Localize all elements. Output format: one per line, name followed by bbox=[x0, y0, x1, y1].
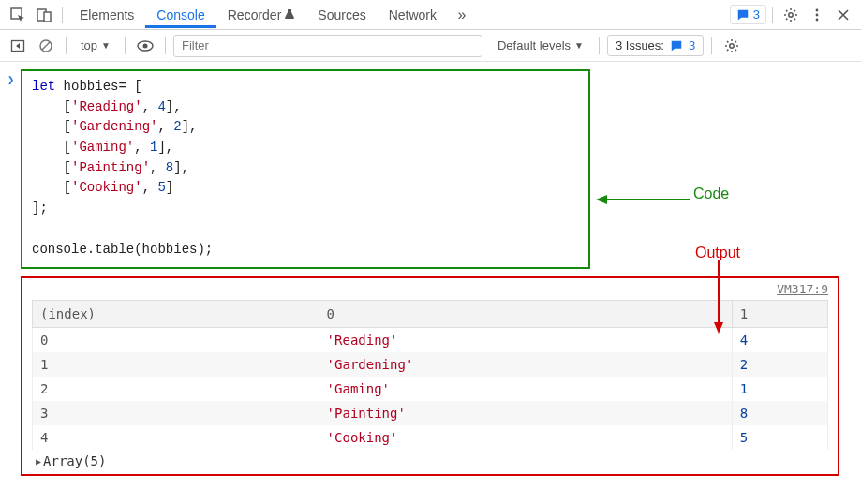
table-header-row: (index)01 bbox=[33, 301, 828, 328]
expand-triangle-icon: ▶ bbox=[36, 456, 41, 467]
prompt-caret-icon: ❯ bbox=[7, 73, 14, 86]
issues-count: 3 bbox=[689, 38, 695, 52]
value-cell: 1 bbox=[732, 377, 827, 401]
svg-point-3 bbox=[789, 12, 793, 16]
context-selector[interactable]: top ▼ bbox=[74, 36, 117, 55]
value-cell: 'Cooking' bbox=[319, 425, 732, 450]
array-expand-row[interactable]: ▶ Array(5) bbox=[22, 450, 838, 470]
dropdown-icon: ▼ bbox=[574, 40, 584, 51]
value-cell: 8 bbox=[732, 401, 827, 425]
divider bbox=[66, 37, 67, 54]
tab-recorder[interactable]: Recorder bbox=[216, 2, 307, 28]
svg-point-6 bbox=[816, 18, 819, 21]
value-cell: 'Reading' bbox=[319, 328, 732, 353]
svg-marker-13 bbox=[596, 195, 607, 204]
table-row[interactable]: 3'Painting'8 bbox=[33, 401, 828, 425]
tab-elements[interactable]: Elements bbox=[68, 2, 145, 28]
index-cell: 3 bbox=[33, 401, 319, 425]
table-row[interactable]: 0'Reading'4 bbox=[33, 328, 828, 353]
table-row[interactable]: 4'Cooking'5 bbox=[33, 425, 828, 450]
tab-network[interactable]: Network bbox=[378, 2, 448, 28]
table-body: 0'Reading'41'Gardening'22'Gaming'13'Pain… bbox=[33, 328, 828, 451]
table-header-cell[interactable]: 1 bbox=[732, 301, 827, 328]
svg-point-11 bbox=[730, 43, 734, 47]
console-subtoolbar: top ▼ Default levels ▼ 3 Issues: 3 bbox=[0, 30, 861, 62]
messages-badge[interactable]: 3 bbox=[730, 5, 766, 24]
code-input-block[interactable]: let hobbies= [ ['Reading', 4], ['Gardeni… bbox=[21, 69, 590, 269]
clear-console-icon[interactable] bbox=[34, 34, 58, 58]
console-body: ❯ let hobbies= [ ['Reading', 4], ['Garde… bbox=[0, 62, 861, 480]
svg-point-10 bbox=[142, 43, 147, 48]
live-expression-icon[interactable] bbox=[133, 34, 157, 58]
value-cell: 'Gardening' bbox=[319, 352, 732, 377]
tab-sources[interactable]: Sources bbox=[306, 2, 377, 28]
value-cell: 5 bbox=[732, 425, 827, 450]
sidebar-toggle-icon[interactable] bbox=[6, 34, 30, 58]
device-toolbar-icon[interactable] bbox=[32, 3, 56, 27]
array-label: Array(5) bbox=[43, 453, 106, 468]
table-header-cell[interactable]: (index) bbox=[33, 301, 319, 328]
filter-input[interactable] bbox=[173, 35, 482, 57]
svg-point-5 bbox=[816, 13, 819, 16]
issues-label: 3 Issues: bbox=[616, 38, 664, 52]
levels-label: Default levels bbox=[497, 38, 571, 52]
index-cell: 2 bbox=[33, 377, 319, 401]
settings-icon[interactable] bbox=[779, 3, 803, 27]
arrow-output bbox=[712, 260, 725, 334]
divider bbox=[599, 37, 600, 54]
value-cell: 4 bbox=[732, 328, 827, 353]
inspect-element-icon[interactable] bbox=[6, 3, 30, 27]
value-cell: 'Painting' bbox=[319, 401, 732, 425]
tabs-container: ElementsConsoleRecorderSourcesNetwork bbox=[68, 2, 448, 28]
svg-rect-2 bbox=[44, 12, 51, 22]
arrow-code bbox=[596, 193, 690, 206]
svg-point-4 bbox=[816, 8, 819, 11]
console-table: (index)01 0'Reading'41'Gardening'22'Gami… bbox=[32, 300, 828, 450]
table-row[interactable]: 1'Gardening'2 bbox=[33, 352, 828, 377]
divider bbox=[125, 37, 126, 54]
index-cell: 4 bbox=[33, 425, 319, 450]
log-levels-selector[interactable]: Default levels ▼ bbox=[490, 37, 591, 54]
divider bbox=[772, 7, 773, 23]
context-value: top bbox=[81, 38, 97, 52]
svg-marker-15 bbox=[714, 322, 723, 334]
messages-count: 3 bbox=[753, 7, 760, 22]
divider bbox=[165, 37, 166, 54]
index-cell: 0 bbox=[33, 328, 319, 353]
devtools-top-toolbar: ElementsConsoleRecorderSourcesNetwork » … bbox=[0, 0, 861, 30]
chat-icon bbox=[670, 39, 683, 52]
issues-button[interactable]: 3 Issues: 3 bbox=[607, 35, 704, 56]
divider bbox=[711, 37, 712, 54]
chat-icon bbox=[736, 8, 750, 22]
tab-console[interactable]: Console bbox=[145, 2, 215, 28]
divider bbox=[62, 7, 63, 23]
annotation-code-label: Code bbox=[693, 185, 729, 202]
value-cell: 2 bbox=[732, 352, 827, 377]
dropdown-icon: ▼ bbox=[101, 40, 111, 51]
annotation-output-label: Output bbox=[695, 245, 740, 261]
flask-icon bbox=[284, 7, 295, 22]
value-cell: 'Gaming' bbox=[319, 377, 732, 401]
table-header-cell[interactable]: 0 bbox=[319, 301, 732, 328]
console-settings-icon[interactable] bbox=[720, 34, 744, 58]
index-cell: 1 bbox=[33, 352, 319, 377]
more-tabs-icon[interactable]: » bbox=[450, 3, 474, 27]
kebab-menu-icon[interactable] bbox=[805, 3, 829, 27]
table-row[interactable]: 2'Gaming'1 bbox=[33, 377, 828, 401]
close-icon[interactable] bbox=[831, 3, 855, 27]
